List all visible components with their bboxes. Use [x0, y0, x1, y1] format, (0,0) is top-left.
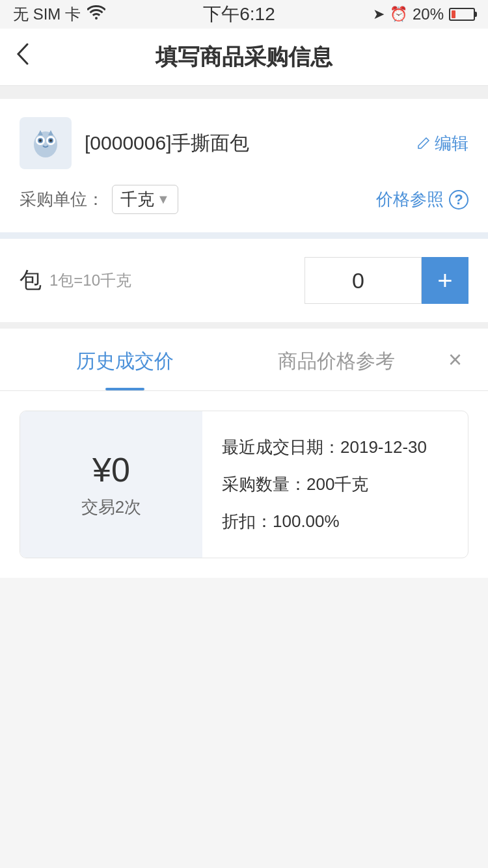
tab-price-reference[interactable]: 商品价格参考	[230, 329, 441, 390]
bottom-panel: 历史成交价 商品价格参考 × ¥0 交易2次 最近成交日期：2019-12-30…	[0, 329, 488, 578]
qty-input-group: +	[305, 257, 468, 304]
history-price-section: ¥0 交易2次	[20, 411, 202, 558]
unit-selector[interactable]: 千克 ▼	[112, 185, 178, 214]
product-card: [0000006]手撕面包 编辑 采购单位： 千克 ▼ 价格参照 ?	[0, 99, 488, 232]
latest-date-row: 最近成交日期：2019-12-30	[222, 435, 448, 460]
tab-history-price[interactable]: 历史成交价	[20, 329, 230, 390]
quantity-row: 包 1包=10千克 +	[0, 239, 488, 322]
status-right: ➤ ⏰ 20%	[373, 5, 475, 23]
battery-fill	[452, 10, 455, 18]
battery-percent: 20%	[413, 5, 444, 23]
nav-bar: 填写商品采购信息	[0, 29, 488, 86]
quantity-label: 包 1包=10千克	[20, 265, 131, 295]
discount-row: 折扣：100.00%	[222, 509, 448, 534]
price-reference-button[interactable]: 价格参照 ?	[376, 188, 468, 211]
battery-icon	[449, 8, 475, 21]
alarm-icon: ⏰	[390, 6, 407, 23]
purchase-qty-label: 采购数量：	[222, 474, 306, 494]
history-content: ¥0 交易2次 最近成交日期：2019-12-30 采购数量：200千克 折扣：…	[0, 391, 488, 578]
info-icon: ?	[449, 190, 468, 210]
unit-arrow-icon: ▼	[157, 192, 170, 207]
wifi-icon	[87, 5, 105, 23]
discount-label: 折扣：	[222, 511, 273, 531]
unit-label: 采购单位：	[20, 188, 104, 211]
product-left: [0000006]手撕面包	[20, 117, 249, 169]
tab-bar: 历史成交价 商品价格参考 ×	[0, 329, 488, 391]
qty-plus-button[interactable]: +	[422, 257, 468, 304]
svg-point-6	[49, 139, 52, 142]
latest-date-value: 2019-12-30	[340, 437, 427, 457]
history-card: ¥0 交易2次 最近成交日期：2019-12-30 采购数量：200千克 折扣：…	[20, 411, 468, 558]
qty-unit: 包	[20, 265, 42, 295]
back-button[interactable]	[16, 43, 29, 71]
qty-sub-text: 1包=10千克	[49, 270, 131, 291]
status-time: 下午6:12	[203, 2, 275, 27]
page-background	[0, 578, 488, 868]
svg-point-5	[39, 139, 42, 142]
close-panel-button[interactable]: ×	[442, 340, 468, 380]
page-title: 填写商品采购信息	[156, 42, 332, 72]
history-price: ¥0	[92, 450, 130, 489]
purchase-qty-value: 200千克	[306, 474, 368, 494]
divider	[0, 232, 488, 239]
price-ref-label: 价格参照	[376, 188, 444, 211]
status-bar: 无 SIM 卡 下午6:12 ➤ ⏰ 20%	[0, 0, 488, 29]
carrier-text: 无 SIM 卡	[13, 4, 81, 25]
history-trade-count: 交易2次	[81, 496, 141, 519]
product-name: [0000006]手撕面包	[85, 130, 249, 157]
edit-button[interactable]: 编辑	[416, 132, 468, 155]
product-header: [0000006]手撕面包 编辑	[20, 117, 468, 169]
quantity-input[interactable]	[305, 257, 422, 304]
latest-date-label: 最近成交日期：	[222, 437, 340, 457]
discount-value: 100.00%	[273, 511, 340, 531]
location-icon: ➤	[373, 6, 385, 23]
svg-point-0	[34, 131, 57, 157]
product-footer: 采购单位： 千克 ▼ 价格参照 ?	[20, 185, 468, 214]
unit-value: 千克	[120, 188, 154, 211]
history-detail-section: 最近成交日期：2019-12-30 采购数量：200千克 折扣：100.00%	[202, 411, 468, 558]
status-left: 无 SIM 卡	[13, 4, 105, 25]
product-thumbnail	[20, 117, 72, 169]
edit-label: 编辑	[435, 132, 468, 155]
unit-section: 采购单位： 千克 ▼	[20, 185, 178, 214]
purchase-qty-row: 采购数量：200千克	[222, 472, 448, 497]
